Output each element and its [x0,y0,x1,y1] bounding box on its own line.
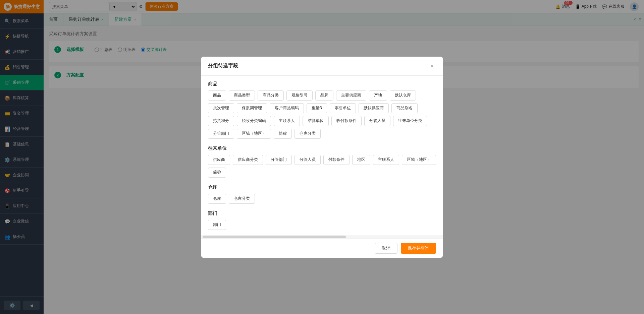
field-tag-manage-dept[interactable]: 分管部门 [266,155,292,165]
field-tag-brand[interactable]: 品牌 [315,90,333,101]
modal-body[interactable]: 商品 商品 商品类型 商品分类 规格型号 品牌 主要供应商 产地 默认仓库 批次… [201,76,443,235]
field-select-modal: 分组待选字段 × 商品 商品 商品类型 商品分类 规格型号 品牌 主要供应商 产… [201,57,443,258]
field-tag-short-name[interactable]: 简称 [274,129,292,139]
field-tag-warehouse-category[interactable]: 仓库分类 [294,129,321,139]
field-tag-origin[interactable]: 产地 [369,90,387,101]
field-tag-main-supplier[interactable]: 主要供应商 [336,90,366,101]
field-tag-region2[interactable]: 区域（地区） [402,155,436,165]
field-tag-contact[interactable]: 主联系人 [274,116,300,126]
field-tag-retail-unit[interactable]: 零售单位 [330,103,356,113]
field-tag-wh[interactable]: 仓库 [208,194,226,204]
field-tag-spec-type[interactable]: 规格型号 [286,90,313,101]
modal-title: 分组待选字段 [208,63,238,69]
field-tag-manage-staff[interactable]: 分管人员 [294,155,321,165]
field-tag-default-warehouse[interactable]: 默认仓库 [390,90,416,101]
field-tags-department: 部门 [208,220,436,230]
field-group-partner-title: 往来单位 [208,145,436,151]
field-tag-pickup-points[interactable]: 拣货积分 [208,116,234,126]
field-tag-pay-terms[interactable]: 付款条件 [323,155,350,165]
field-tag-customer-code[interactable]: 客户商品编码 [270,103,304,113]
field-group-department-title: 部门 [208,210,436,216]
field-tag-main-contact[interactable]: 主联系人 [373,155,399,165]
field-tag-area[interactable]: 地区 [352,155,370,165]
cancel-button[interactable]: 取消 [375,243,397,254]
field-tag-short-name2[interactable]: 简称 [208,168,226,178]
field-tag-department[interactable]: 部门 [208,220,226,230]
field-tag-wh-category[interactable]: 仓库分类 [229,194,255,204]
field-group-product-title: 商品 [208,81,436,87]
field-tag-default-supplier[interactable]: 默认供应商 [359,103,389,113]
field-tag-manager[interactable]: 分管人员 [364,116,390,126]
field-group-warehouse-title: 仓库 [208,184,436,190]
field-tag-batch-management[interactable]: 批次管理 [208,103,234,113]
field-tag-unit-category[interactable]: 往来单位分类 [393,116,427,126]
field-tags-warehouse: 仓库 仓库分类 [208,194,436,204]
field-tag-tax-code[interactable]: 税收分类编码 [237,116,271,126]
field-tag-product-alias[interactable]: 商品别名 [391,103,418,113]
field-tag-product-category[interactable]: 商品分类 [258,90,284,101]
field-tag-dept[interactable]: 分管部门 [208,129,234,139]
field-group-warehouse: 仓库 仓库 仓库分类 [208,184,436,204]
field-tag-supplier-category[interactable]: 供应商分类 [233,155,263,165]
field-tags-product: 商品 商品类型 商品分类 规格型号 品牌 主要供应商 产地 默认仓库 批次管理 … [208,90,436,139]
modal-close-btn[interactable]: × [428,62,436,70]
field-group-partner: 往来单位 供应商 供应商分类 分管部门 分管人员 付款条件 地区 主联系人 区域… [208,145,436,178]
modal-overlay: 分组待选字段 × 商品 商品 商品类型 商品分类 规格型号 品牌 主要供应商 产… [0,0,644,314]
field-tag-product[interactable]: 商品 [208,90,226,101]
field-tag-product-type[interactable]: 商品类型 [229,90,255,101]
horizontal-scrollbar[interactable] [201,235,443,238]
field-tag-payment-terms[interactable]: 收付款条件 [331,116,362,126]
field-tag-settlement-unit[interactable]: 结算单位 [303,116,329,126]
field-tag-region[interactable]: 区域（地区） [237,129,271,139]
field-tag-weight3[interactable]: 重量3 [307,103,327,113]
field-tags-partner: 供应商 供应商分类 分管部门 分管人员 付款条件 地区 主联系人 区域（地区） … [208,155,436,178]
confirm-button[interactable]: 保存并查询 [401,243,436,254]
field-group-product: 商品 商品 商品类型 商品分类 规格型号 品牌 主要供应商 产地 默认仓库 批次… [208,81,436,139]
scrollbar-thumb-x [203,236,346,238]
modal-header: 分组待选字段 × [201,57,443,76]
field-tag-shelf-life[interactable]: 保质期管理 [237,103,267,113]
field-group-department: 部门 部门 [208,210,436,230]
field-tag-supplier[interactable]: 供应商 [208,155,230,165]
modal-footer: 取消 保存并查询 [201,239,443,258]
